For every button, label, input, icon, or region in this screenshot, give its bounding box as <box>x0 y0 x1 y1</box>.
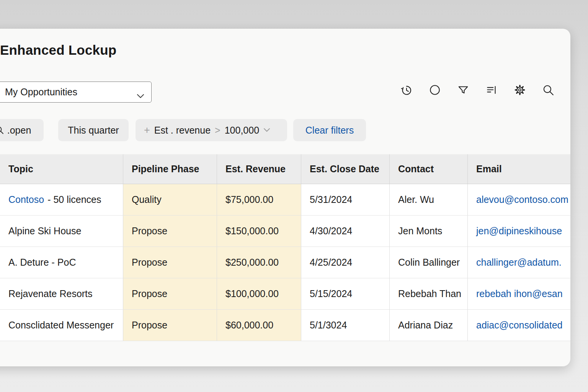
cell-email: alevou@contoso.com <box>468 184 570 215</box>
topic-text: - 50 licences <box>47 194 101 205</box>
filter-value: 100,000 <box>225 125 259 136</box>
toolbar <box>400 83 554 97</box>
cell-topic: Alpine Ski House <box>0 216 123 247</box>
filter-icon[interactable] <box>457 83 469 97</box>
email-link[interactable]: jen@dipineskihouse <box>476 225 562 237</box>
filter-field: Est . revenue <box>154 125 211 136</box>
table-row: Consclidated Messenger Propose $60,000.0… <box>0 310 570 341</box>
filter-chip-open[interactable]: .open <box>0 119 44 141</box>
column-header-topic[interactable]: Topic <box>0 154 123 184</box>
article-icon[interactable] <box>485 83 498 97</box>
cell-pipeline-phase: Propose <box>123 278 217 309</box>
email-link[interactable]: alevou@contoso.com <box>476 194 568 205</box>
cell-est-close-date: 4/25/2024 <box>301 247 390 278</box>
enhanced-lookup-panel: Enhanced Lockup My Opportunities <box>0 29 570 366</box>
progress-circle-icon[interactable] <box>429 83 441 97</box>
cell-est-revenue: $75,000.00 <box>217 184 301 215</box>
cell-email: adiac@consolidated <box>468 310 570 341</box>
cell-contact: Colin Ballinger <box>390 247 468 278</box>
cell-est-revenue: $250,000.00 <box>217 247 301 278</box>
table-row: Alpine Ski House Propose $150,000.00 4/3… <box>0 216 570 247</box>
filter-chip-open-label: .open <box>7 125 31 136</box>
topic-text: A. Deture - PoC <box>8 257 76 268</box>
table-header-row: Topic Pipeline Phase Est. Revenue Est. C… <box>0 154 570 184</box>
cell-contact: Jen Monts <box>390 216 468 247</box>
cell-email: jen@dipineskihouse <box>468 216 570 247</box>
opportunities-table: Topic Pipeline Phase Est. Revenue Est. C… <box>0 154 570 341</box>
column-header-contact[interactable]: Contact <box>390 154 468 184</box>
topic-text: Alpine Ski House <box>8 225 81 237</box>
cell-est-close-date: 5/1/3024 <box>301 310 390 341</box>
column-header-est-close-date[interactable]: Est. Close Date <box>301 154 390 184</box>
column-header-est-revenue[interactable]: Est. Revenue <box>217 154 301 184</box>
table-row: A. Deture - PoC Propose $250,000.00 4/25… <box>0 247 570 278</box>
topic-link[interactable]: Contoso <box>8 194 44 205</box>
search-icon[interactable] <box>542 83 554 97</box>
email-link[interactable]: challinger@adatum. <box>476 257 562 268</box>
cell-pipeline-phase: Quality <box>123 184 217 215</box>
cell-est-revenue: $60,000.00 <box>217 310 301 341</box>
column-header-pipeline-phase[interactable]: Pipeline Phase <box>123 154 217 184</box>
page-title: Enhanced Lockup <box>0 42 116 58</box>
view-selector-dropdown[interactable]: My Opportunities <box>0 82 152 103</box>
plus-icon: + <box>144 125 150 136</box>
cell-pipeline-phase: Propose <box>123 216 217 247</box>
settings-icon[interactable] <box>514 83 526 97</box>
chevron-down-icon <box>263 128 270 132</box>
filter-chip-this-quarter[interactable]: This quarter <box>58 119 129 141</box>
cell-contact: Adriana Diaz <box>390 310 468 341</box>
cell-est-close-date: 5/15/2024 <box>301 278 390 309</box>
cell-email: rebebah ihon@esan <box>468 278 570 309</box>
view-selector-value: My Opportunities <box>5 87 77 98</box>
cell-topic: A. Deture - PoC <box>0 247 123 278</box>
cell-est-close-date: 4/30/2024 <box>301 216 390 247</box>
cell-topic: Consclidated Messenger <box>0 310 123 341</box>
table-row: Contoso - 50 licences Quality $75,000.00… <box>0 184 570 216</box>
filter-chip-quarter-label: This quarter <box>68 125 119 136</box>
topic-text: Rejavenate Resorts <box>8 288 93 299</box>
cell-topic: Rejavenate Resorts <box>0 278 123 309</box>
cell-pipeline-phase: Propose <box>123 247 217 278</box>
column-header-email[interactable]: Email <box>468 154 570 184</box>
email-link[interactable]: rebebah ihon@esan <box>476 288 563 299</box>
history-icon[interactable] <box>400 83 413 97</box>
cell-contact: Aler. Wu <box>390 184 468 215</box>
table-row: Rejavenate Resorts Propose $100,000.00 5… <box>0 278 570 310</box>
cell-est-close-date: 5/31/2024 <box>301 184 390 215</box>
clear-filters-button[interactable]: Clear filters <box>293 119 366 141</box>
topic-text: Consclidated Messenger <box>8 320 114 331</box>
cell-topic: Contoso - 50 licences <box>0 184 123 215</box>
cell-pipeline-phase: Propose <box>123 310 217 341</box>
search-icon <box>0 126 4 135</box>
cell-contact: Rebebah Than <box>390 278 468 309</box>
chevron-down-icon <box>137 90 144 101</box>
cell-est-revenue: $150,000.00 <box>217 216 301 247</box>
clear-filters-label: Clear filters <box>305 125 354 136</box>
filter-chip-est-revenue[interactable]: + Est . revenue > 100,000 <box>136 119 287 141</box>
filter-operator: > <box>215 125 220 136</box>
cell-email: challinger@adatum. <box>468 247 570 278</box>
email-link[interactable]: adiac@consolidated <box>476 320 563 331</box>
cell-est-revenue: $100,000.00 <box>217 278 301 309</box>
